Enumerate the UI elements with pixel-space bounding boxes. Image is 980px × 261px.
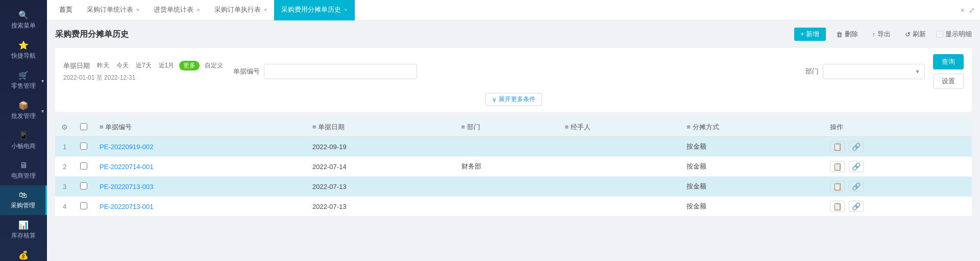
table-row: 3 PE-20220713-003 2022-07-13 按金额 📋 🔗	[55, 177, 972, 197]
col-dept: ≡ 部门	[455, 118, 559, 137]
row-expand-0: 1	[55, 137, 74, 157]
row-num-2: 3	[63, 183, 66, 191]
row-delete-icon-2[interactable]: 🔗	[849, 181, 864, 192]
sidebar-item-search[interactable]: 🔍 搜索菜单	[0, 5, 47, 35]
doc-no-label: 单据编号	[233, 67, 260, 76]
col-doc-date-label: ≡ 单据日期	[312, 123, 345, 131]
sidebar-icon-inventory: 📊	[3, 220, 44, 230]
date-label: 单据日期	[63, 61, 90, 70]
row-doc-no-3: PE-20220713-001	[93, 197, 306, 217]
tab-close-purchase-order-stats[interactable]: ×	[136, 7, 139, 13]
date-btn-more[interactable]: 更多	[179, 61, 200, 70]
row-checkbox-3[interactable]	[80, 202, 87, 209]
date-btn-7days[interactable]: 近7天	[134, 61, 154, 70]
sidebar-item-inventory[interactable]: 📊 库存核算	[0, 215, 47, 245]
sidebar-item-ecommerce[interactable]: 🖥 电商管理	[0, 156, 47, 185]
row-delete-icon-3[interactable]: 🔗	[849, 201, 864, 212]
col-doc-date: ≡ 单据日期	[306, 118, 455, 137]
row-split-method-2: 按金额	[680, 177, 824, 197]
sidebar-item-purchase[interactable]: 🛍 采购管理	[0, 185, 47, 215]
row-checkbox-cell-1	[74, 157, 93, 177]
column-settings-icon[interactable]: ⚙	[61, 123, 68, 131]
doc-no-link-2[interactable]: PE-20220713-003	[100, 183, 154, 191]
sidebar-label-inventory: 库存核算	[11, 232, 36, 239]
row-delete-icon-1[interactable]: 🔗	[849, 161, 864, 172]
tab-purchase-order-stats[interactable]: 采购订单统计表×	[80, 0, 146, 20]
tab-home[interactable]: 首页	[52, 0, 80, 20]
tab-bar: 首页采购订单统计表×进货单统计表×采购订单执行表×采购费用分摊单历史× × ⤢	[47, 0, 980, 20]
tab-purchase-cost-history[interactable]: 采购费用分摊单历史×	[274, 0, 354, 20]
sidebar-item-finance[interactable]: 💰 资金管理	[0, 245, 47, 261]
row-doc-no-2: PE-20220713-003	[93, 177, 306, 197]
row-split-method-1: 按金额	[680, 157, 824, 177]
close-icon[interactable]: ×	[961, 6, 965, 14]
tab-close-purchase-cost-history[interactable]: ×	[344, 7, 347, 13]
col-actions: 操作	[824, 118, 972, 137]
delete-button[interactable]: 🗑 删除	[832, 28, 862, 41]
row-doc-date-2: 2022-07-13	[306, 177, 455, 197]
row-edit-icon-0[interactable]: 📋	[830, 141, 845, 152]
table-row: 4 PE-20220713-001 2022-07-13 按金额 📋 🔗	[55, 197, 972, 217]
sidebar-label-purchase: 采购管理	[11, 202, 35, 209]
row-actions-1: 📋 🔗	[824, 157, 972, 177]
row-actions-0: 📋 🔗	[824, 137, 972, 157]
page-header: 采购费用分摊单历史 + 新增 🗑 删除 ↑ 导出 ↺ 刷新 显示明细	[55, 28, 972, 41]
sidebar-icon-wholesale: 📦	[3, 101, 44, 110]
sidebar-item-retail[interactable]: 🛒 零售管理 ▾	[0, 65, 47, 96]
date-btn-today[interactable]: 今天	[114, 61, 131, 70]
row-edit-icon-2[interactable]: 📋	[830, 181, 845, 192]
expand-more-button[interactable]: ∨ 展开更多条件	[485, 93, 542, 106]
sidebar-item-mobile[interactable]: 📱 小畅电商	[0, 126, 47, 156]
tab-close-purchase-order-exec[interactable]: ×	[264, 7, 267, 13]
refresh-button[interactable]: ↺ 刷新	[901, 28, 930, 41]
filter-row-1: 单据日期 昨天 今天 近7天 近1月 更多 自定义 2022-01-01 至 2…	[63, 54, 964, 89]
row-checkbox-cell-3	[74, 197, 93, 217]
col-dept-label: ≡ 部门	[461, 123, 480, 131]
sidebar-label-quick: 快捷导航	[11, 52, 36, 59]
header-row: ⚙ ≡ 单据编号 ≡ 单据日期 ≡ 部门	[55, 118, 972, 137]
select-all-checkbox[interactable]	[80, 123, 87, 130]
date-btn-custom[interactable]: 自定义	[203, 61, 225, 70]
show-detail-toggle[interactable]: 显示明细	[936, 30, 972, 39]
export-icon: ↑	[872, 31, 876, 38]
doc-no-link-3[interactable]: PE-20220713-001	[100, 203, 154, 210]
col-doc-no: ≡ 单据编号	[93, 118, 306, 137]
row-checkbox-1[interactable]	[80, 162, 87, 170]
col-doc-no-label: ≡ 单据编号	[100, 123, 132, 131]
date-btn-1month[interactable]: 近1月	[157, 61, 177, 70]
delete-icon: 🗑	[836, 31, 843, 38]
row-actions-2: 📋 🔗	[824, 177, 972, 197]
row-edit-icon-1[interactable]: 📋	[830, 161, 845, 172]
row-checkbox-cell-0	[74, 137, 93, 157]
row-handler-0	[558, 137, 680, 157]
doc-no-input[interactable]	[264, 64, 417, 79]
tab-label-home: 首页	[59, 5, 72, 14]
row-checkbox-2[interactable]	[80, 182, 87, 189]
tab-close-goods-in-stats[interactable]: ×	[197, 7, 200, 13]
doc-no-link-0[interactable]: PE-20220919-002	[100, 143, 154, 151]
tab-label-purchase-order-stats: 采购订单统计表	[87, 5, 133, 14]
date-btn-yesterday[interactable]: 昨天	[95, 61, 111, 70]
doc-no-link-1[interactable]: PE-20220714-001	[100, 163, 154, 171]
settings-button[interactable]: 设置	[933, 74, 964, 89]
sidebar-item-wholesale[interactable]: 📦 批发管理 ▾	[0, 96, 47, 126]
export-button[interactable]: ↑ 导出	[868, 28, 895, 41]
row-checkbox-0[interactable]	[80, 143, 87, 150]
dept-select[interactable]: ▼	[823, 64, 925, 79]
show-detail-checkbox[interactable]	[936, 31, 943, 38]
row-split-method-3: 按金额	[680, 197, 824, 217]
row-delete-icon-0[interactable]: 🔗	[849, 141, 864, 152]
row-edit-icon-3[interactable]: 📋	[830, 201, 845, 212]
maximize-icon[interactable]: ⤢	[969, 6, 975, 14]
col-handler-label: ≡ 经手人	[565, 123, 590, 131]
tab-goods-in-stats[interactable]: 进货单统计表×	[146, 0, 207, 20]
date-shortcuts: 昨天 今天 近7天 近1月 更多 自定义	[95, 61, 225, 70]
tab-label-purchase-cost-history: 采购费用分摊单历史	[281, 5, 341, 14]
doc-no-filter-group: 单据编号	[233, 64, 797, 79]
dept-label: 部门	[805, 67, 819, 76]
sidebar-item-quick[interactable]: ⭐ 快捷导航	[0, 35, 47, 65]
tab-label-goods-in-stats: 进货单统计表	[154, 5, 193, 14]
tab-purchase-order-exec[interactable]: 采购订单执行表×	[207, 0, 274, 20]
search-button[interactable]: 查询	[933, 54, 964, 69]
add-button[interactable]: + 新增	[794, 28, 825, 41]
